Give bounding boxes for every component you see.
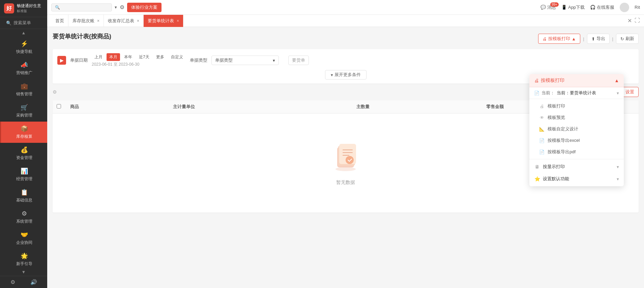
topbar-search[interactable]: 🔍 <box>51 3 112 11</box>
expand-more-btn[interactable]: ▾ 展开更多条件 <box>325 70 367 79</box>
topbar-right: 💬 消息 99+ 📱 App下载 🎧 在线客服 Rit <box>540 3 640 12</box>
dropdown-item-template-export-excel[interactable]: 📄 按模板导出excel <box>529 135 624 146</box>
tab-inventory-batch[interactable]: 库存批次账 × <box>68 15 104 27</box>
dropdown-header-left: 🖨 按模板打印 <box>534 77 564 84</box>
template-design-icon: 📐 <box>539 127 545 132</box>
col-goods: 商品 <box>66 100 169 114</box>
page-title: 要货单统计表(按商品) <box>53 32 111 40</box>
dropdown-item-template-export-pdf[interactable]: 📄 按模板导出pdf <box>529 146 624 158</box>
dropdown-item-template-preview[interactable]: 👁 模板预览 <box>529 112 624 123</box>
messages-badge: 99+ <box>550 2 559 7</box>
refresh-btn[interactable]: ↻ 刷新 <box>616 34 639 44</box>
tab-receipt-summary[interactable]: 收发存汇总表 × <box>104 15 144 27</box>
page-top-actions: 🖨 按模板打印 ▲ | ⬆ 导出 | ↻ 刷新 <box>538 34 639 44</box>
dropdown-section-main: 🖨 模板打印 👁 模板预览 📐 模板自定义设计 📄 按模板导出excel 📄 <box>529 99 624 159</box>
tab-order-stats-close[interactable]: × <box>177 19 179 23</box>
tab-receipt-summary-close[interactable]: × <box>137 19 139 23</box>
sidebar-item-label: 营销推广 <box>16 70 32 76</box>
sidebar-sound-icon[interactable]: 🔊 <box>30 279 37 285</box>
expand-label: 展开更多条件 <box>334 72 361 78</box>
user-avatar[interactable] <box>620 3 629 12</box>
table-settings-icon[interactable]: ⚙ <box>53 89 57 95</box>
date-tab-prev-month[interactable]: 上月 <box>92 53 105 61</box>
tabs-bar: 首页 库存批次账 × 收发存汇总表 × 要货单统计表 × ✕ ⛶ <box>47 15 644 27</box>
separator-2: | <box>612 36 613 41</box>
sidebar-scroll-up[interactable]: ▲ <box>0 29 47 37</box>
sidebar-item-label: 销售管理 <box>16 91 32 97</box>
sidebar-item-purchase[interactable]: 🛒 采购管理 <box>0 100 47 122</box>
sidebar-item-quick-nav[interactable]: ⚡ 快捷导航 <box>0 37 47 58</box>
date-tabs: 上月 本月 本年 近7天 更多 自定义 <box>92 53 186 61</box>
operation-icon: 📊 <box>21 167 28 175</box>
svg-point-0 <box>335 167 356 171</box>
dropdown-item-display-print[interactable]: 🖥 按显示打印 ▾ <box>529 161 624 173</box>
tab-receipt-summary-label: 收发存汇总表 <box>108 18 134 24</box>
date-tab-current-year[interactable]: 本年 <box>121 53 135 61</box>
date-tab-more[interactable]: 更多 <box>153 53 167 61</box>
topbar-dropdown-icon[interactable]: ▾ <box>115 5 117 10</box>
refresh-icon: ↻ <box>620 36 624 41</box>
expand-icon: ▾ <box>331 72 333 77</box>
sidebar-item-collab[interactable]: 🤝 企业协同 <box>0 228 47 249</box>
marketing-icon: 📣 <box>21 61 28 69</box>
sidebar-item-basics[interactable]: 📋 基础信息 <box>0 185 47 206</box>
date-tab-last-7[interactable]: 近7天 <box>136 53 152 61</box>
sidebar-item-inventory[interactable]: 📦 库存核算 <box>0 122 47 143</box>
basics-icon: 📋 <box>21 189 28 196</box>
app-download-btn[interactable]: 📱 App下载 <box>561 4 585 10</box>
tab-order-stats[interactable]: 要货单统计表 × <box>144 15 183 27</box>
tabs-close-all-btn[interactable]: ✕ <box>627 18 632 24</box>
sidebar-settings-icon[interactable]: ⚙ <box>10 279 15 285</box>
dropdown-item-template-print[interactable]: 🖨 模板打印 <box>529 100 624 112</box>
dropdown-item-set-default[interactable]: ⭐ 设置默认功能 ▾ <box>529 173 624 185</box>
order-type-label: 单据类型 <box>190 57 207 63</box>
sidebar-item-label: 系统管理 <box>16 219 32 224</box>
sidebar-item-sales[interactable]: 💼 销售管理 <box>0 79 47 100</box>
date-tab-custom[interactable]: 自定义 <box>168 53 186 61</box>
template-export-pdf-icon: 📄 <box>539 150 545 155</box>
guide-icon: 🌟 <box>21 252 28 260</box>
template-print-icon: 🖨 <box>539 104 545 109</box>
trial-btn[interactable]: 体验行业方案 <box>127 3 162 12</box>
sidebar-scroll-down[interactable]: ▼ <box>0 268 47 276</box>
tab-home[interactable]: 首页 <box>51 15 68 27</box>
current-template-row[interactable]: 📄 当前： 当前：要货单统计表 ▾ <box>529 87 624 99</box>
main-content: 🔍 ▾ ⚙ 体验行业方案 💬 消息 99+ 📱 App下载 🎧 在线客服 Rit <box>47 0 644 288</box>
sidebar-item-finance[interactable]: 💰 资金管理 <box>0 143 47 164</box>
search-menu-label: 搜索菜单 <box>13 20 31 26</box>
purchase-icon: 🛒 <box>21 104 28 111</box>
app-edition: 标准版 <box>17 9 41 13</box>
export-label: 导出 <box>596 36 605 42</box>
topbar: 🔍 ▾ ⚙ 体验行业方案 💬 消息 99+ 📱 App下载 🎧 在线客服 Rit <box>47 0 644 15</box>
tabs-actions: ✕ ⛶ <box>627 18 640 24</box>
sidebar-item-guide[interactable]: 🌟 新手引导 <box>0 249 47 268</box>
sidebar-bottom: ⚙ 🔊 <box>0 276 47 288</box>
messages-btn[interactable]: 💬 消息 99+ <box>540 4 556 10</box>
col-checkbox[interactable] <box>53 100 66 114</box>
select-all-checkbox[interactable] <box>57 104 61 108</box>
sidebar: 好 畅捷通好生意 标准版 🔍 搜索菜单 ▲ ⚡ 快捷导航 📣 营销推广 💼 销售… <box>0 0 47 288</box>
export-btn[interactable]: ⬆ 导出 <box>587 34 610 44</box>
filter-row: ▶ 单据日期 上月 本月 本年 近7天 更多 自定义 2023-06-01 至 … <box>57 53 634 67</box>
col-quantity: 主数量 <box>352 100 482 114</box>
dropdown-item-template-design[interactable]: 📐 模板自定义设计 <box>529 123 624 135</box>
date-tab-current-month[interactable]: 本月 <box>107 53 120 61</box>
template-design-label: 模板自定义设计 <box>548 126 578 132</box>
sidebar-item-label: 采购管理 <box>16 113 32 118</box>
sidebar-item-marketing[interactable]: 📣 营销推广 <box>0 58 47 79</box>
online-support-btn[interactable]: 🎧 在线客服 <box>590 4 614 10</box>
sidebar-item-label: 企业协同 <box>16 240 32 246</box>
print-template-btn[interactable]: 🖨 按模板打印 ▲ <box>538 34 580 44</box>
refresh-label: 刷新 <box>625 36 634 42</box>
search-menu-item[interactable]: 🔍 搜索菜单 <box>0 17 47 29</box>
sidebar-item-label: 库存核算 <box>16 134 32 139</box>
tabs-expand-btn[interactable]: ⛶ <box>635 18 640 24</box>
order-type-select[interactable]: 单据类型 ▾ <box>211 56 279 65</box>
dropdown-collapse-icon[interactable]: ▲ <box>614 78 619 83</box>
sidebar-item-operation[interactable]: 📊 经营管理 <box>0 164 47 185</box>
tab-inventory-batch-close[interactable]: × <box>97 19 99 23</box>
sales-icon: 💼 <box>21 83 28 90</box>
topbar-settings-icon[interactable]: ⚙ <box>120 4 124 10</box>
filter-expand-btn[interactable]: ▶ <box>57 56 66 65</box>
sidebar-item-system[interactable]: ⚙ 系统管理 <box>0 206 47 228</box>
